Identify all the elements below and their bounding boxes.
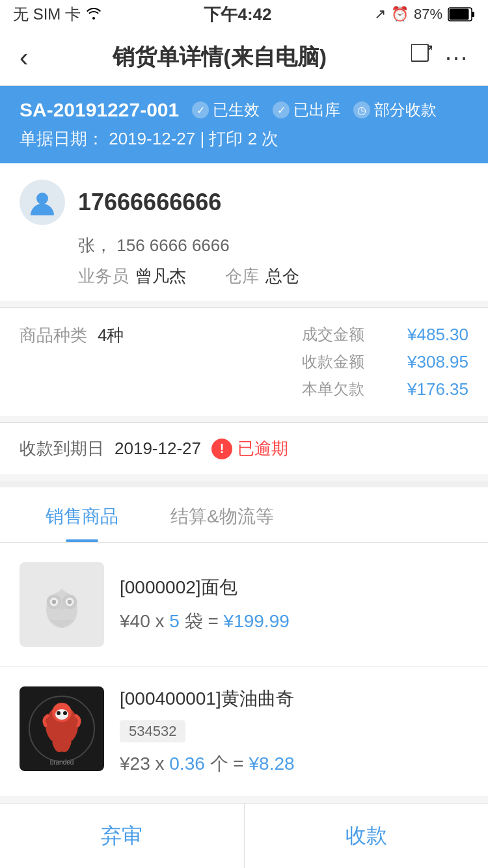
product-thumb-2: branded <box>20 686 104 771</box>
warehouse-item: 仓库 总仓 <box>225 265 299 288</box>
svg-rect-3 <box>411 44 428 61</box>
product-sku-2: 534532 <box>120 720 185 742</box>
order-id: SA-20191227-001 <box>20 99 179 121</box>
due-label: 收款到期日 <box>20 437 104 460</box>
status-effective: ✓ 已生效 <box>192 100 260 120</box>
product-placeholder-1 <box>20 562 104 647</box>
page-title: 销货单详情(来自电脑) <box>113 42 327 72</box>
status-partial: ◷ 部分收款 <box>353 100 437 120</box>
debt-amount-label: 本单欠款 <box>286 379 364 400</box>
tab-settlement[interactable]: 结算&物流等 <box>144 487 300 542</box>
received-amount-row: 收款金额 ¥308.95 <box>286 351 468 372</box>
nav-right: ··· <box>411 44 468 71</box>
header-section: SA-20191227-001 ✓ 已生效 ✓ 已出库 ◷ 部分收款 单据日期：… <box>0 86 488 163</box>
person-icon <box>28 188 57 217</box>
staff-name: 曾凡杰 <box>135 265 186 288</box>
product-price-2: ¥23 x 0.36 个 = ¥8.28 <box>120 752 468 776</box>
svg-rect-2 <box>449 9 468 20</box>
product-item: [0000002]面包 ¥40 x 5 袋 = ¥199.99 <box>0 543 488 667</box>
staff-label: 业务员 <box>78 265 129 288</box>
debt-amount-row: 本单欠款 ¥176.35 <box>286 379 468 400</box>
product-list: [0000002]面包 ¥40 x 5 袋 = ¥199.99 <box>0 543 488 796</box>
due-date-value: 2019-12-27 <box>115 439 201 459</box>
category-count: 4种 <box>98 324 124 347</box>
status-left: 无 SIM 卡 <box>13 4 102 25</box>
debt-amount-value: ¥176.35 <box>384 379 468 400</box>
status-shipped: ✓ 已出库 <box>273 100 340 120</box>
deal-amount-label: 成交金额 <box>286 324 364 345</box>
status-time: 下午4:42 <box>204 3 271 26</box>
deal-amount-row: 成交金额 ¥485.30 <box>286 324 468 345</box>
battery-label: 87% <box>414 6 442 23</box>
svg-text:branded: branded <box>50 759 74 766</box>
svg-point-15 <box>58 604 66 610</box>
avatar <box>20 180 65 225</box>
clock-icon: ◷ <box>353 102 370 118</box>
warehouse-name: 总仓 <box>265 265 299 288</box>
due-section: 收款到期日 2019-12-27 ! 已逾期 <box>0 423 488 474</box>
overdue-text: 已逾期 <box>237 437 288 460</box>
product-qty-2: 0.36 <box>169 753 205 774</box>
customer-row: 17666666666 <box>20 180 468 225</box>
carrier-label: 无 SIM 卡 <box>13 4 81 25</box>
share-icon[interactable] <box>411 44 432 70</box>
more-icon[interactable]: ··· <box>445 44 468 71</box>
customer-detail: 张， 156 6666 6666 <box>20 234 468 257</box>
overdue-badge: ! 已逾期 <box>211 437 288 460</box>
stats-row: 商品种类 4种 成交金额 ¥485.30 收款金额 ¥308.95 本单欠款 ¥… <box>20 324 468 400</box>
product-thumb-1 <box>20 562 104 647</box>
owl-icon <box>36 578 88 631</box>
received-amount-label: 收款金额 <box>286 351 364 372</box>
battery-icon <box>448 7 475 21</box>
back-button[interactable]: ‹ <box>20 44 28 70</box>
svg-point-13 <box>52 600 56 604</box>
bottom-bar: 弃审 收款 <box>0 803 488 868</box>
product-qty-1: 5 <box>169 611 180 631</box>
alarm-icon: ⏰ <box>391 6 409 23</box>
stats-left: 商品种类 4种 <box>20 324 124 347</box>
check-icon-2: ✓ <box>273 102 290 118</box>
stats-section: 商品种类 4种 成交金额 ¥485.30 收款金额 ¥308.95 本单欠款 ¥… <box>0 308 488 416</box>
stats-right: 成交金额 ¥485.30 收款金额 ¥308.95 本单欠款 ¥176.35 <box>286 324 468 400</box>
header-sub: 单据日期： 2019-12-27 | 打印 2 次 <box>20 128 468 150</box>
confirm-button[interactable]: 收款 <box>245 804 489 868</box>
status-bar: 无 SIM 卡 下午4:42 ↗ ⏰ 87% <box>0 0 488 29</box>
product-logo-icon: branded <box>23 690 101 768</box>
status-right: ↗ ⏰ 87% <box>374 6 475 23</box>
wifi-icon <box>86 5 102 23</box>
product-price-1: ¥40 x 5 袋 = ¥199.99 <box>120 609 468 634</box>
product-info-1: [0000002]面包 ¥40 x 5 袋 = ¥199.99 <box>120 562 468 647</box>
staff-warehouse-row: 业务员 曾凡杰 仓库 总仓 <box>20 265 468 288</box>
category-label: 商品种类 <box>20 324 87 347</box>
customer-phone: 17666666666 <box>78 189 221 216</box>
svg-point-22 <box>63 711 67 715</box>
location-icon: ↗ <box>374 6 386 23</box>
product-name-1: [0000002]面包 <box>120 575 468 600</box>
tabs: 销售商品 结算&物流等 <box>0 487 488 543</box>
tab-products[interactable]: 销售商品 <box>20 487 144 542</box>
cancel-button[interactable]: 弃审 <box>0 804 245 868</box>
product-total-2: ¥8.28 <box>249 753 294 774</box>
deal-amount-value: ¥485.30 <box>384 325 468 345</box>
check-icon-1: ✓ <box>192 102 209 118</box>
product-name-2: [000400001]黄油曲奇 <box>120 686 468 711</box>
product-item-2: branded [000400001]黄油曲奇 534532 ¥23 x 0.3… <box>0 667 488 796</box>
product-img-2: branded <box>20 686 104 771</box>
received-amount-value: ¥308.95 <box>384 352 468 372</box>
overdue-icon: ! <box>211 439 232 459</box>
svg-point-14 <box>68 600 72 604</box>
staff-item: 业务员 曾凡杰 <box>78 265 186 288</box>
product-info-2: [000400001]黄油曲奇 534532 ¥23 x 0.36 个 = ¥8… <box>120 686 468 776</box>
nav-bar: ‹ 销货单详情(来自电脑) ··· <box>0 29 488 86</box>
warehouse-label: 仓库 <box>225 265 259 288</box>
customer-section: 17666666666 张， 156 6666 6666 业务员 曾凡杰 仓库 … <box>0 163 488 301</box>
section-divider <box>0 481 488 487</box>
header-top: SA-20191227-001 ✓ 已生效 ✓ 已出库 ◷ 部分收款 <box>20 99 468 121</box>
product-total-1: ¥199.99 <box>224 611 290 631</box>
svg-point-21 <box>57 711 61 715</box>
svg-rect-1 <box>472 12 474 17</box>
nav-left: ‹ <box>20 44 28 70</box>
svg-point-7 <box>36 193 48 204</box>
